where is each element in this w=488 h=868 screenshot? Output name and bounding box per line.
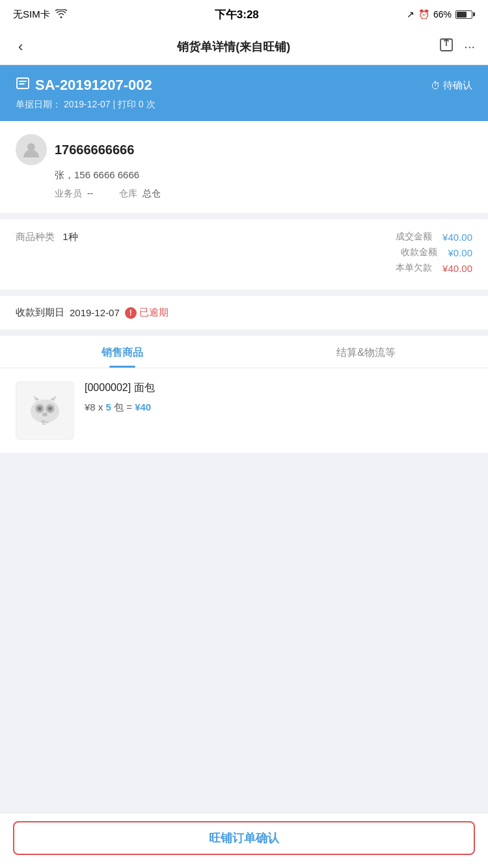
warehouse-meta: 仓库 总仓 bbox=[119, 188, 161, 200]
customer-top: 17666666666 bbox=[16, 134, 472, 165]
info-row: 商品种类 1种 成交金额 ¥40.00 收款金额 ¥0.00 本单欠款 ¥40.… bbox=[16, 231, 472, 274]
status-bar: 无SIM卡 下午3:28 ↗ ⏰ 66% bbox=[0, 0, 488, 29]
status-right: ↗ ⏰ 66% bbox=[407, 9, 475, 20]
nav-actions: ··· bbox=[439, 38, 475, 55]
svg-point-9 bbox=[49, 407, 51, 410]
product-price-row: ¥8 x 5 包 = ¥40 bbox=[85, 401, 472, 414]
product-logo: 管+ bbox=[25, 393, 64, 428]
carrier-label: 无SIM卡 bbox=[13, 8, 50, 21]
overdue-text: 已逾期 bbox=[139, 306, 169, 319]
svg-marker-12 bbox=[50, 396, 57, 401]
nav-bar: ‹ 销货单详情(来自旺铺) ··· bbox=[0, 29, 488, 65]
status-left: 无SIM卡 bbox=[13, 8, 67, 21]
status-time: 下午3:28 bbox=[215, 7, 259, 22]
amount-row-2: 收款金额 ¥0.00 bbox=[401, 247, 472, 258]
wifi-icon bbox=[55, 9, 67, 20]
amount-value: ¥40.00 bbox=[442, 232, 472, 243]
customer-phone: 17666666666 bbox=[55, 142, 134, 157]
amount-row-3: 本单欠款 ¥40.00 bbox=[396, 262, 472, 274]
bottom-bar: 旺铺订单确认 bbox=[0, 813, 488, 868]
battery-icon bbox=[455, 10, 475, 19]
amount-row-1: 成交金额 ¥40.00 bbox=[396, 231, 472, 243]
location-icon: ↗ bbox=[407, 9, 414, 20]
overdue-dot: ! bbox=[125, 307, 137, 319]
svg-text:管+: 管+ bbox=[41, 420, 49, 426]
share-icon[interactable] bbox=[439, 38, 454, 55]
info-right: 成交金额 ¥40.00 收款金额 ¥0.00 本单欠款 ¥40.00 bbox=[396, 231, 472, 274]
back-button[interactable]: ‹ bbox=[13, 33, 28, 61]
total-value: ¥40 bbox=[135, 401, 151, 413]
qty-value: 5 bbox=[106, 401, 111, 413]
customer-name: 张，156 6666 6666 bbox=[55, 169, 472, 182]
product-thumbnail: 管+ bbox=[16, 381, 74, 440]
due-date-value: 2019-12-07 bbox=[70, 307, 120, 318]
tab-settlement[interactable]: 结算&物流等 bbox=[244, 336, 488, 368]
confirm-order-button[interactable]: 旺铺订单确认 bbox=[13, 821, 475, 855]
order-status: ⏱ 待确认 bbox=[431, 79, 472, 92]
page-title: 销货单详情(来自旺铺) bbox=[177, 39, 290, 55]
more-icon[interactable]: ··· bbox=[464, 39, 475, 54]
order-date-line: 单据日期： 2019-12-07 | 打印 0 次 bbox=[16, 99, 472, 111]
due-section: 收款到期日 2019-12-07 ! 已逾期 bbox=[0, 296, 488, 329]
tabs-section: 销售商品 结算&物流等 bbox=[0, 336, 488, 368]
svg-point-10 bbox=[42, 413, 47, 416]
avatar bbox=[16, 134, 47, 165]
product-type-item: 商品种类 1种 bbox=[16, 231, 78, 243]
svg-rect-1 bbox=[17, 78, 29, 88]
tab-sales-product[interactable]: 销售商品 bbox=[0, 336, 244, 368]
overdue-badge: ! 已逾期 bbox=[125, 306, 169, 319]
info-section: 商品种类 1种 成交金额 ¥40.00 收款金额 ¥0.00 本单欠款 ¥40.… bbox=[0, 219, 488, 290]
due-date-label: 收款到期日 bbox=[16, 306, 64, 319]
price-label: ¥8 bbox=[85, 401, 96, 413]
alarm-icon: ⏰ bbox=[418, 9, 429, 20]
order-number: SA-20191207-002 bbox=[16, 77, 152, 94]
svg-point-8 bbox=[38, 407, 41, 410]
product-name: [0000002] 面包 bbox=[85, 381, 472, 395]
product-info: [0000002] 面包 ¥8 x 5 包 = ¥40 bbox=[85, 381, 472, 414]
customer-section: 17666666666 张，156 6666 6666 业务员 -- 仓库 总仓 bbox=[0, 121, 488, 213]
received-value: ¥0.00 bbox=[448, 247, 472, 258]
customer-meta: 业务员 -- 仓库 总仓 bbox=[55, 188, 472, 200]
product-section: 管+ [0000002] 面包 ¥8 x 5 包 = ¥40 bbox=[0, 368, 488, 453]
svg-marker-11 bbox=[33, 396, 40, 401]
empty-area bbox=[0, 453, 488, 583]
sales-meta: 业务员 -- bbox=[55, 188, 93, 200]
order-header-top: SA-20191207-002 ⏱ 待确认 bbox=[16, 77, 472, 94]
order-header: SA-20191207-002 ⏱ 待确认 单据日期： 2019-12-07 |… bbox=[0, 65, 488, 121]
clock-icon: ⏱ bbox=[431, 80, 441, 91]
debt-value: ¥40.00 bbox=[442, 263, 472, 274]
battery-percent: 66% bbox=[433, 9, 452, 20]
order-icon bbox=[16, 77, 30, 94]
info-left: 商品种类 1种 bbox=[16, 231, 78, 274]
